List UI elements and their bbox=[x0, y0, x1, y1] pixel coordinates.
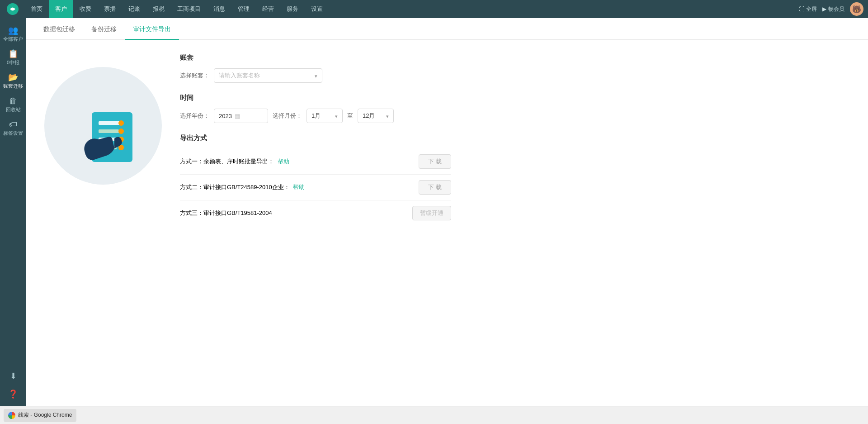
top-nav-items: 首页 客户 收费 票据 记账 报税 工商项目 消息 管理 经营 服务 设置 bbox=[24, 0, 799, 18]
nav-tax[interactable]: 报税 bbox=[146, 0, 171, 18]
form-section: 账套 选择账套： 请输入账套名称 时间 选择年份： bbox=[180, 53, 451, 237]
svg-rect-3 bbox=[99, 129, 119, 133]
customers-icon: 👥 bbox=[8, 26, 18, 34]
month-end-value: 12月 bbox=[363, 112, 375, 120]
tab-data-migration[interactable]: 数据包迁移 bbox=[35, 20, 83, 40]
tab-bar: 数据包迁移 备份迁移 审计文件导出 bbox=[26, 18, 868, 40]
sidebar-bottom-help[interactable]: ❓ bbox=[6, 387, 20, 401]
play-icon: ▶ bbox=[822, 6, 826, 12]
month-end-select[interactable]: 12月 bbox=[358, 109, 394, 123]
nav-operation[interactable]: 经营 bbox=[256, 0, 280, 18]
svg-point-7 bbox=[118, 129, 124, 134]
account-title: 账套 bbox=[180, 53, 451, 62]
main-layout: 👥 全部客户 📋 0申报 📂 账套迁移 🗑 回收站 🏷 标签设置 ⬇ ❓ 数据包… bbox=[0, 18, 868, 406]
account-select-placeholder: 请输入账套名称 bbox=[219, 71, 260, 80]
export-method-3-label: 方式三：审计接口GB/T19581-2004 bbox=[180, 209, 272, 217]
tab-audit-export[interactable]: 审计文件导出 bbox=[125, 20, 179, 40]
download-button-2[interactable]: 下 载 bbox=[419, 180, 451, 195]
download-button-1[interactable]: 下 载 bbox=[419, 154, 451, 169]
year-value: 2023 bbox=[219, 113, 232, 119]
sidebar-label-migration: 账套迁移 bbox=[3, 83, 23, 90]
sidebar-item-all-customers[interactable]: 👥 全部客户 bbox=[0, 23, 26, 46]
logo[interactable] bbox=[5, 1, 21, 17]
left-sidebar: 👥 全部客户 📋 0申报 📂 账套迁移 🗑 回收站 🏷 标签设置 ⬇ ❓ bbox=[0, 18, 26, 406]
export-method-1-text: 方式一：余额表、序时账批量导出： bbox=[180, 158, 274, 165]
export-method-2-label: 方式二：审计接口GB/T24589-2010企业： 帮助 bbox=[180, 183, 305, 191]
account-row: 选择账套： 请输入账套名称 bbox=[180, 68, 451, 83]
export-title: 导出方式 bbox=[180, 134, 451, 143]
tab-backup-migration[interactable]: 备份迁移 bbox=[83, 20, 125, 40]
sidebar-item-zero-declare[interactable]: 📋 0申报 bbox=[0, 46, 26, 70]
month-start-value: 1月 bbox=[311, 112, 321, 120]
export-method-2-text: 方式二：审计接口GB/T24589-2010企业： bbox=[180, 184, 290, 191]
time-title: 时间 bbox=[180, 94, 451, 102]
time-section: 时间 选择年份： 2023 选择月份： 1月 至 bbox=[180, 94, 451, 123]
content-area: 数据包迁移 备份迁移 审计文件导出 bbox=[26, 18, 868, 406]
coming-soon-button: 暂缓开通 bbox=[412, 206, 451, 220]
export-method-3-text: 方式三：审计接口GB/T19581-2004 bbox=[180, 210, 272, 216]
fullscreen-button[interactable]: ⛶ 全屏 bbox=[799, 5, 817, 13]
nav-billing[interactable]: 收费 bbox=[73, 0, 98, 18]
chrome-icon bbox=[8, 412, 15, 419]
migration-icon: 📂 bbox=[8, 73, 18, 81]
export-method-2: 方式二：审计接口GB/T24589-2010企业： 帮助 下 载 bbox=[180, 175, 451, 200]
nav-home[interactable]: 首页 bbox=[24, 0, 49, 18]
export-method-1-label: 方式一：余额表、序时账批量导出： 帮助 bbox=[180, 157, 289, 166]
zero-declare-icon: 📋 bbox=[8, 50, 18, 58]
chevron-down-icon bbox=[315, 72, 317, 79]
nav-manage[interactable]: 管理 bbox=[231, 0, 256, 18]
recycle-icon: 🗑 bbox=[9, 97, 17, 105]
month-start-select[interactable]: 1月 bbox=[307, 109, 343, 123]
year-label: 选择年份： bbox=[180, 112, 209, 120]
taskbar: 线索 - Google Chrome bbox=[0, 406, 868, 424]
member-label: 畅会员 bbox=[828, 5, 844, 13]
nav-business[interactable]: 工商项目 bbox=[171, 0, 207, 18]
taskbar-chrome[interactable]: 线索 - Google Chrome bbox=[4, 409, 76, 422]
top-nav-right: ⛶ 全屏 ▶ 畅会员 🐻 bbox=[799, 2, 863, 16]
account-section: 账套 选择账套： 请输入账套名称 bbox=[180, 53, 451, 83]
nav-settings[interactable]: 设置 bbox=[305, 0, 329, 18]
fullscreen-icon: ⛶ bbox=[799, 6, 804, 12]
tag-icon: 🏷 bbox=[9, 120, 17, 129]
sidebar-bottom: ⬇ ❓ bbox=[6, 369, 20, 401]
avatar[interactable]: 🐻 bbox=[850, 2, 863, 16]
export-method-3: 方式三：审计接口GB/T19581-2004 暂缓开通 bbox=[180, 200, 451, 226]
year-input[interactable]: 2023 bbox=[214, 109, 268, 123]
export-method-2-help-link[interactable]: 帮助 bbox=[293, 184, 305, 191]
sidebar-label-recycle: 回收站 bbox=[6, 106, 21, 113]
export-method-1-help-link[interactable]: 帮助 bbox=[278, 158, 289, 165]
sidebar-bottom-download[interactable]: ⬇ bbox=[6, 369, 20, 383]
sidebar-label-zero-declare: 0申报 bbox=[7, 59, 19, 66]
account-select[interactable]: 请输入账套名称 bbox=[214, 68, 322, 83]
fullscreen-label: 全屏 bbox=[806, 5, 817, 13]
nav-customer[interactable]: 客户 bbox=[49, 0, 73, 18]
time-row: 选择年份： 2023 选择月份： 1月 至 12月 bbox=[180, 109, 451, 123]
nav-service[interactable]: 服务 bbox=[280, 0, 305, 18]
nav-bookkeeping[interactable]: 记账 bbox=[122, 0, 146, 18]
sidebar-item-recycle[interactable]: 🗑 回收站 bbox=[0, 93, 26, 117]
sidebar-item-tag-settings[interactable]: 🏷 标签设置 bbox=[0, 117, 26, 140]
taskbar-chrome-label: 线索 - Google Chrome bbox=[18, 411, 72, 419]
month-end-chevron bbox=[386, 113, 389, 119]
export-section: 导出方式 方式一：余额表、序时账批量导出： 帮助 下 载 方式二：审计接口GB/… bbox=[180, 134, 451, 226]
illustration bbox=[44, 67, 162, 185]
calendar-icon bbox=[235, 113, 240, 119]
svg-point-6 bbox=[118, 120, 124, 126]
member-button[interactable]: ▶ 畅会员 bbox=[822, 5, 844, 13]
nav-invoice[interactable]: 票据 bbox=[98, 0, 122, 18]
export-method-1: 方式一：余额表、序时账批量导出： 帮助 下 载 bbox=[180, 149, 451, 175]
nav-message[interactable]: 消息 bbox=[207, 0, 231, 18]
page-content: 账套 选择账套： 请输入账套名称 时间 选择年份： bbox=[26, 40, 868, 406]
month-start-chevron bbox=[335, 113, 338, 119]
sidebar-label-all-customers: 全部客户 bbox=[3, 36, 23, 43]
time-divider: 至 bbox=[347, 112, 353, 120]
month-label: 选择月份： bbox=[273, 112, 302, 120]
sidebar-item-account-migration[interactable]: 📂 账套迁移 bbox=[0, 70, 26, 93]
sidebar-label-tag: 标签设置 bbox=[3, 130, 23, 137]
account-select-label: 选择账套： bbox=[180, 71, 209, 80]
top-nav: 首页 客户 收费 票据 记账 报税 工商项目 消息 管理 经营 服务 设置 ⛶ … bbox=[0, 0, 868, 18]
